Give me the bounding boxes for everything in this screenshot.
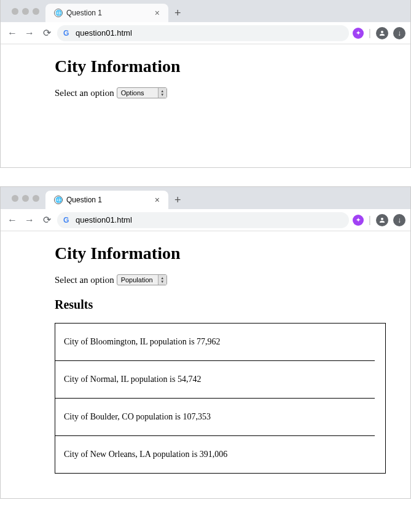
- url-input[interactable]: G question01.html: [57, 212, 349, 228]
- url-input[interactable]: G question01.html: [57, 25, 349, 41]
- dropdown-value: Population: [117, 276, 158, 284]
- browser-tab[interactable]: 🌐 Question 1 ×: [45, 191, 168, 209]
- results-heading: Results: [55, 298, 386, 312]
- download-icon[interactable]: ↓: [393, 27, 405, 39]
- new-tab-button[interactable]: +: [168, 191, 187, 209]
- reload-button[interactable]: ⟳: [40, 26, 53, 40]
- address-bar: ← → ⟳ G question01.html ✦ | ↓: [1, 209, 410, 231]
- globe-icon: 🌐: [54, 9, 63, 17]
- google-icon: G: [63, 29, 72, 38]
- page-heading: City Information: [55, 57, 386, 76]
- page-content: City Information Select an option Popula…: [1, 231, 410, 498]
- table-row: City of Normal, IL population is 54,742: [55, 361, 375, 399]
- toolbar-right: ✦ | ↓: [353, 27, 405, 39]
- tab-title: Question 1: [66, 196, 102, 204]
- forward-button[interactable]: →: [23, 213, 36, 227]
- table-row: City of New Orleans, LA population is 39…: [55, 436, 375, 473]
- minimize-window-icon[interactable]: [22, 8, 29, 15]
- forward-button[interactable]: →: [23, 26, 36, 40]
- extension-icon[interactable]: ✦: [353, 215, 364, 226]
- extension-icon[interactable]: ✦: [353, 28, 364, 39]
- select-row: Select an option Population ▲▼: [55, 274, 386, 285]
- chevron-updown-icon: ▲▼: [158, 275, 166, 285]
- close-tab-icon[interactable]: ×: [155, 8, 160, 18]
- select-label: Select an option: [55, 88, 114, 98]
- address-bar: ← → ⟳ G question01.html ✦ | ↓: [1, 22, 410, 44]
- new-tab-button[interactable]: +: [168, 4, 187, 22]
- url-text: question01.html: [76, 28, 132, 38]
- close-window-icon[interactable]: [12, 8, 18, 15]
- options-dropdown[interactable]: Population ▲▼: [117, 274, 167, 285]
- window-controls: [6, 0, 45, 22]
- back-button[interactable]: ←: [6, 26, 19, 40]
- google-icon: G: [63, 216, 72, 224]
- table-row: City of Boulder, CO population is 107,35…: [55, 399, 375, 436]
- reload-button[interactable]: ⟳: [40, 213, 53, 227]
- minimize-window-icon[interactable]: [22, 195, 29, 202]
- page-heading: City Information: [55, 244, 386, 263]
- results-table: City of Bloomington, IL population is 77…: [55, 323, 386, 474]
- close-window-icon[interactable]: [12, 195, 18, 202]
- chevron-updown-icon: ▲▼: [158, 88, 166, 98]
- download-icon[interactable]: ↓: [393, 214, 405, 226]
- window-controls: [6, 187, 45, 209]
- browser-tab[interactable]: 🌐 Question 1 ×: [45, 4, 168, 22]
- separator: |: [369, 28, 371, 39]
- profile-icon[interactable]: [376, 27, 388, 39]
- tab-bar: 🌐 Question 1 × +: [1, 0, 410, 22]
- toolbar-right: ✦ | ↓: [353, 214, 405, 226]
- select-row: Select an option Options ▲▼: [55, 87, 386, 98]
- dropdown-value: Options: [117, 89, 158, 97]
- close-tab-icon[interactable]: ×: [155, 195, 160, 205]
- options-dropdown[interactable]: Options ▲▼: [117, 87, 167, 98]
- browser-window-2: 🌐 Question 1 × + ← → ⟳ G question01.html…: [0, 186, 411, 499]
- back-button[interactable]: ←: [6, 213, 19, 227]
- url-text: question01.html: [76, 215, 132, 224]
- globe-icon: 🌐: [54, 196, 63, 204]
- select-label: Select an option: [55, 275, 114, 285]
- table-row: City of Bloomington, IL population is 77…: [55, 324, 375, 361]
- profile-icon[interactable]: [376, 214, 388, 226]
- separator: |: [369, 215, 371, 226]
- page-content: City Information Select an option Option…: [1, 44, 410, 167]
- maximize-window-icon[interactable]: [33, 8, 39, 15]
- tab-bar: 🌐 Question 1 × +: [1, 187, 410, 209]
- tab-title: Question 1: [66, 9, 102, 17]
- browser-window-1: 🌐 Question 1 × + ← → ⟳ G question01.html…: [0, 0, 411, 168]
- maximize-window-icon[interactable]: [33, 195, 39, 202]
